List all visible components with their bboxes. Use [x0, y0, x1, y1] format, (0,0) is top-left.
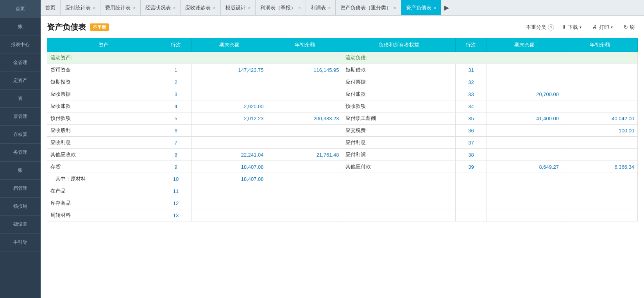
- tab-close-template-design[interactable]: ×: [248, 5, 250, 10]
- asset-period-end: [191, 76, 267, 88]
- tab-close-receivable-aging[interactable]: ×: [213, 5, 215, 10]
- liab-year-start: [562, 76, 638, 88]
- table-row[interactable]: 预付款项 5 2,012.23 200,383.23 应付职工薪酬 35 41,…: [47, 112, 638, 125]
- row-number2: 37: [455, 137, 487, 149]
- sidebar-item-report-center[interactable]: 报表中心: [0, 36, 41, 54]
- table-row[interactable]: 货币资金 1 147,423.75 116,145.95 短期借款 31: [47, 64, 638, 76]
- row-number2: 32: [455, 76, 487, 88]
- col-asset: 资产: [47, 38, 160, 52]
- table-row[interactable]: 应收票据 3 应付账款 33 20,700.00: [47, 88, 638, 100]
- row-number2: [455, 197, 487, 209]
- tab-balance-reclassified[interactable]: 资产负债表（重分类） ×: [336, 0, 401, 16]
- asset-year-start: [267, 161, 342, 173]
- refresh-button[interactable]: ↻ 刷: [621, 22, 638, 32]
- liab-year-start: [562, 197, 638, 209]
- sidebar-item-basic-settings[interactable]: 础设置: [0, 216, 41, 234]
- col-year-start: 年初余额: [267, 38, 342, 52]
- table-row[interactable]: 周转材料 13: [47, 209, 638, 221]
- col-period-end2: 期末余额: [487, 38, 562, 52]
- tab-receivable-aging[interactable]: 应收账龄表 ×: [181, 0, 220, 16]
- row-number: 8: [160, 149, 191, 161]
- print-button[interactable]: 🖨 打印 ▾: [589, 22, 616, 32]
- liab-period-end: [487, 64, 562, 76]
- table-row[interactable]: 应收账款 4 2,920.00 预收款项 34: [47, 100, 638, 112]
- liability-name: 短期借款: [342, 64, 455, 76]
- table-row[interactable]: 应收股利 6 应交税费 36 100.00: [47, 125, 638, 137]
- tab-close-expense-stats[interactable]: ×: [133, 5, 135, 10]
- liab-period-end: [487, 173, 562, 185]
- help-icon[interactable]: ?: [548, 24, 554, 30]
- asset-year-start: 21,761.48: [267, 149, 342, 161]
- tab-close-balance-sheet[interactable]: ×: [434, 5, 436, 10]
- tab-close-payable-stats[interactable]: ×: [93, 5, 95, 10]
- table-row[interactable]: 其中：原材料 10 18,407.08: [47, 173, 638, 185]
- tab-profit-quarterly[interactable]: 利润表（季报） ×: [256, 0, 306, 16]
- table-row[interactable]: 在产品 11: [47, 185, 638, 197]
- asset-name: 应收利息: [47, 137, 160, 149]
- liab-period-end: 8,649.27: [487, 161, 562, 173]
- tab-operations[interactable]: 经营状况表 ×: [141, 0, 181, 16]
- row-number: 6: [160, 125, 191, 137]
- table-row[interactable]: 应收利息 7 应付利息 37: [47, 137, 638, 149]
- sidebar-item-investment[interactable]: 资: [0, 90, 41, 108]
- asset-name: 应收票据: [47, 88, 160, 100]
- asset-period-end: 18,407.08: [191, 161, 267, 173]
- asset-year-start: [267, 173, 342, 185]
- sidebar-item-fixed-assets[interactable]: 定资产: [0, 72, 41, 90]
- asset-period-end: [191, 88, 267, 100]
- row-number2: 36: [455, 125, 487, 137]
- asset-period-end: 18,407.08: [191, 173, 267, 185]
- liab-year-start: [562, 185, 638, 197]
- sidebar-item-business-management[interactable]: 务管理: [0, 144, 41, 162]
- row-number2: 33: [455, 88, 487, 100]
- asset-year-start: [267, 76, 342, 88]
- liability-name: 应付职工薪酬: [342, 112, 455, 125]
- sidebar-item-ticket-management[interactable]: 票管理: [0, 108, 41, 126]
- liab-period-end: [487, 76, 562, 88]
- row-number: 12: [160, 197, 191, 209]
- unbalanced-badge: 不平衡: [90, 23, 109, 31]
- sidebar-item-account[interactable]: 账: [0, 18, 41, 36]
- sidebar-item-home[interactable]: 首页: [0, 0, 41, 18]
- tab-expense-stats[interactable]: 费用统计表 ×: [100, 0, 140, 16]
- tab-close-balance-reclassified[interactable]: ×: [394, 5, 396, 10]
- asset-year-start: [267, 137, 342, 149]
- table-row[interactable]: 库存商品 12: [47, 197, 638, 209]
- liab-year-start: [562, 88, 638, 100]
- page-title-text: 资产负债表: [47, 22, 86, 32]
- sidebar: 首页 账 报表中心 金管理 定资产 资 票管理 存核算 务管理 账 档管理 畅报…: [0, 0, 41, 298]
- tab-close-profit[interactable]: ×: [328, 5, 331, 10]
- liability-name: 预收款项: [342, 100, 455, 112]
- table-row[interactable]: 短期投资 2 应付票据 32: [47, 76, 638, 88]
- liability-name: 应付利息: [342, 137, 455, 149]
- asset-year-start: [267, 197, 342, 209]
- liab-period-end: 20,700.00: [487, 88, 562, 100]
- asset-period-end: 22,241.04: [191, 149, 267, 161]
- tab-payable-stats[interactable]: 应付统计表 ×: [61, 0, 100, 16]
- tab-balance-sheet[interactable]: 资产负债表 ×: [401, 0, 441, 16]
- page-header: 资产负债表 不平衡 不重分类 ? ⬇ 下载 ▾ 🖨 打印 ▾: [47, 22, 638, 32]
- sidebar-item-file-management[interactable]: 档管理: [0, 180, 41, 198]
- tab-close-profit-quarterly[interactable]: ×: [298, 5, 301, 10]
- col-year-start2: 年初余额: [562, 38, 638, 52]
- sidebar-item-inventory-accounting[interactable]: 存核算: [0, 126, 41, 144]
- table-row[interactable]: 其他应收款 8 22,241.04 21,761.48 应付利润 38: [47, 149, 638, 161]
- table-row[interactable]: 存货 9 18,407.08 其他应付款 39 8,649.27 6,366.3…: [47, 161, 638, 173]
- tab-profit[interactable]: 利润表 ×: [306, 0, 336, 16]
- liability-name: 应付账款: [342, 88, 455, 100]
- row-number2: [455, 173, 487, 185]
- download-button[interactable]: ⬇ 下载 ▾: [559, 22, 585, 32]
- tab-close-operations[interactable]: ×: [173, 5, 175, 10]
- liab-year-start: [562, 149, 638, 161]
- sidebar-item-ledger[interactable]: 账: [0, 162, 41, 180]
- asset-name: 应收股利: [47, 125, 160, 137]
- sidebar-item-expense-reimbursement[interactable]: 畅报销: [0, 198, 41, 216]
- tab-home[interactable]: 首页: [41, 0, 61, 16]
- asset-year-start: [267, 100, 342, 112]
- sidebar-item-guide[interactable]: 手引导: [0, 234, 41, 252]
- liability-name: 应付票据: [342, 76, 455, 88]
- sidebar-item-fund-management[interactable]: 金管理: [0, 54, 41, 72]
- tab-template-design[interactable]: 模版设计 ×: [221, 0, 256, 16]
- tab-scroll-right[interactable]: ▶: [441, 4, 452, 11]
- asset-period-end: 2,920.00: [191, 100, 267, 112]
